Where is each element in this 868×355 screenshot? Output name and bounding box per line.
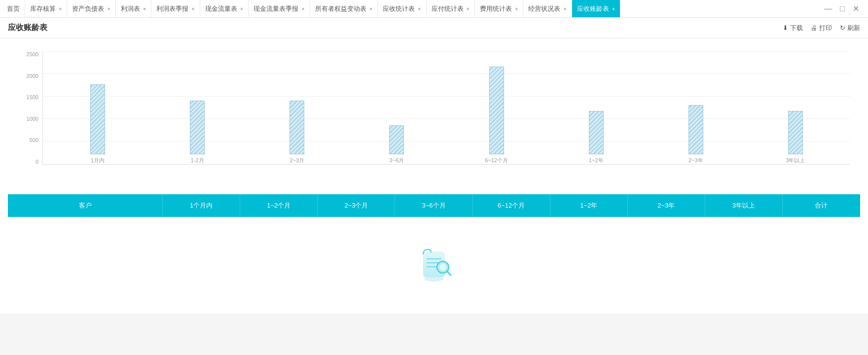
bar-group-2-3y [646, 51, 746, 154]
tab-close-ar-aging[interactable]: × [612, 6, 615, 12]
tab-expense-stats[interactable]: 费用统计表 × [475, 0, 523, 18]
maximize-button[interactable]: □ [837, 2, 848, 15]
y-label-1000: 1000 [27, 116, 38, 122]
tab-close-cashflow[interactable]: × [240, 6, 243, 12]
download-button[interactable]: ⬇ 下载 [783, 24, 803, 33]
col-6-12m: 6~12个月 [473, 194, 550, 217]
tab-close-cashflow-q[interactable]: × [301, 6, 304, 12]
y-label-2000: 2000 [27, 73, 38, 79]
bar-group-3y-plus [746, 51, 845, 154]
download-icon: ⬇ [783, 24, 788, 32]
x-axis: 1月内 1-2月 2~3月 3~6月 6~12个月 1~2年 2~3年 3年以上 [43, 157, 850, 164]
bar-group-3-6m [347, 51, 446, 154]
bar-3y-plus [788, 111, 803, 154]
bar-2-3m [289, 101, 304, 154]
tab-close-equity[interactable]: × [369, 6, 372, 12]
tab-close-profit-q[interactable]: × [191, 6, 194, 12]
chart-container: 0 500 1000 1500 2000 2500 [18, 51, 850, 179]
y-label-0: 0 [36, 159, 38, 165]
refresh-button[interactable]: ↻ 刷新 [840, 24, 860, 33]
tab-cashflow[interactable]: 现金流量表 × [200, 0, 249, 18]
col-customer: 客户 [8, 194, 163, 217]
bar-group-2-3m [247, 51, 347, 154]
x-label-3y-plus: 3年以上 [746, 157, 845, 164]
tab-balance-sheet[interactable]: 资产负债表 × [67, 0, 115, 18]
tab-home[interactable]: 首页 [2, 0, 25, 18]
bar-3-6m [389, 125, 404, 154]
refresh-icon: ↻ [840, 24, 845, 32]
x-label-1-2m: 1-2月 [147, 157, 247, 164]
print-button[interactable]: 🖨 打印 [811, 24, 832, 33]
y-label-1500: 1500 [27, 94, 38, 100]
tab-close-expense[interactable]: × [515, 6, 518, 12]
bars-row [43, 51, 850, 154]
tab-profit-loss[interactable]: 利润表 × [116, 0, 151, 18]
page-title: 应收账龄表 [8, 23, 47, 33]
minimize-button[interactable]: — [821, 2, 835, 15]
table-header: 客户 1个月内 1~2个月 2~3个月 3~6个月 6~12个月 1~2年 2~… [8, 194, 860, 217]
tab-business-status[interactable]: 经营状况表 × [523, 0, 572, 18]
tab-close-inventory[interactable]: × [59, 6, 62, 12]
tab-equity-changes[interactable]: 所有者权益变动表 × [310, 0, 378, 18]
col-1m: 1个月内 [163, 194, 240, 217]
col-1-2y: 1~2年 [550, 194, 628, 217]
empty-state [8, 217, 860, 306]
bar-group-1m [48, 51, 147, 154]
x-label-2-3m: 2~3月 [247, 157, 347, 164]
col-3y-plus: 3年以上 [705, 194, 783, 217]
bar-group-1-2y [546, 51, 646, 154]
tab-close-ar-stats[interactable]: × [418, 6, 421, 12]
chart-area: 0 500 1000 1500 2000 2500 [8, 46, 860, 189]
y-label-2500: 2500 [27, 51, 38, 57]
x-label-6-12m: 6~12个月 [447, 157, 546, 164]
main-content: 0 500 1000 1500 2000 2500 [0, 38, 868, 314]
col-2-3m: 2~3个月 [318, 194, 395, 217]
print-icon: 🖨 [811, 24, 817, 32]
tab-close-business[interactable]: × [563, 6, 566, 12]
tab-inventory[interactable]: 库存核算 × [25, 0, 67, 18]
y-label-500: 500 [30, 137, 38, 143]
page-actions: ⬇ 下载 🖨 打印 ↻ 刷新 [783, 24, 860, 33]
tab-ap-stats[interactable]: 应付统计表 × [427, 0, 475, 18]
col-1-2m: 1~2个月 [240, 194, 318, 217]
tab-ar-stats[interactable]: 应收统计表 × [378, 0, 426, 18]
tab-cashflow-quarterly[interactable]: 现金流量表季报 × [249, 0, 310, 18]
tab-close-profit[interactable]: × [143, 6, 146, 12]
col-3-6m: 3~6个月 [395, 194, 472, 217]
x-label-1-2y: 1~2年 [546, 157, 646, 164]
empty-state-icon [409, 237, 459, 286]
col-total: 合计 [783, 194, 860, 217]
x-label-2-3y: 2~3年 [646, 157, 746, 164]
svg-point-7 [439, 264, 446, 271]
bar-6-12m [489, 67, 504, 154]
tab-bar: 首页 库存核算 × 资产负债表 × 利润表 × 利润表季报 × 现金流量表 × … [0, 0, 868, 18]
tab-close-ap-stats[interactable]: × [467, 6, 470, 12]
tab-profit-quarterly[interactable]: 利润表季报 × [151, 0, 200, 18]
x-label-1m: 1月内 [48, 157, 147, 164]
window-actions: — □ ✕ [821, 2, 866, 15]
bar-2-3y [688, 105, 703, 154]
close-window-button[interactable]: ✕ [850, 2, 862, 15]
bar-1-2m [190, 101, 205, 154]
svg-line-8 [447, 271, 451, 275]
tab-ar-aging[interactable]: 应收账龄表 × [572, 0, 620, 18]
y-axis: 0 500 1000 1500 2000 2500 [18, 51, 42, 165]
bar-group-6-12m [447, 51, 546, 154]
bar-1m [90, 84, 105, 154]
bar-group-1-2m [147, 51, 247, 154]
col-2-3y: 2~3年 [628, 194, 705, 217]
page-header: 应收账龄表 ⬇ 下载 🖨 打印 ↻ 刷新 [0, 18, 868, 38]
chart-plot-area: 1月内 1-2月 2~3月 3~6月 6~12个月 1~2年 2~3年 3年以上 [42, 51, 850, 165]
bar-1-2y [589, 111, 604, 154]
x-label-3-6m: 3~6月 [347, 157, 446, 164]
tab-close-balance[interactable]: × [107, 6, 110, 12]
